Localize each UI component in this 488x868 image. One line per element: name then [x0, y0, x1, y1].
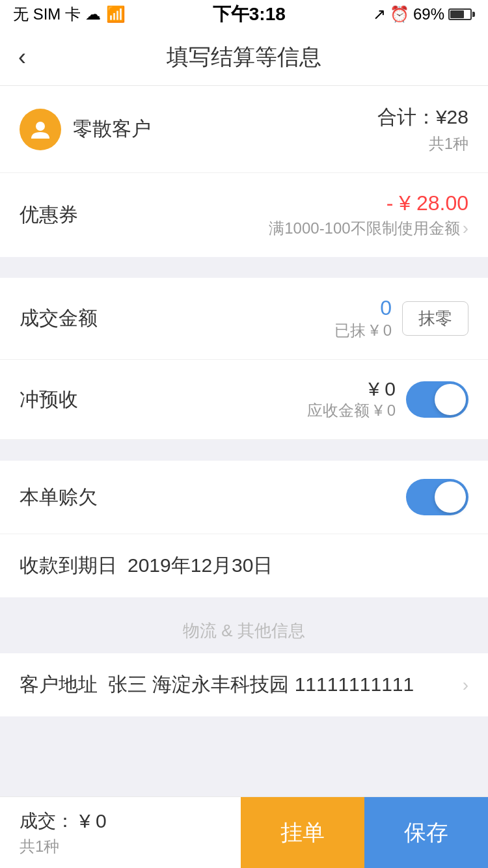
debt-label: 本单赊欠 — [20, 484, 98, 511]
prepayment-amount: ¥ 0 — [307, 378, 396, 400]
customer-left: 零散客户 — [20, 109, 151, 150]
divider-2 — [0, 450, 488, 461]
bottom-deal-label: 成交： — [20, 809, 74, 834]
prepayment-row: 冲预收 ¥ 0 应收金额 ¥ 0 — [0, 360, 488, 440]
coupon-row[interactable]: 优惠券 - ¥ 28.00 满1000-100不限制使用金额 › — [0, 172, 488, 257]
deal-amount-value: 0 — [334, 296, 392, 320]
customer-name: 零散客户 — [73, 116, 151, 142]
address-value: 张三 海淀永丰科技园 11111111111 — [108, 671, 452, 698]
location-icon: ↗ — [373, 5, 386, 23]
customer-section: 零散客户 合计：¥28 共1种 优惠券 - ¥ 28.00 满1000-100不… — [0, 86, 488, 257]
page-title: 填写结算等信息 — [167, 42, 321, 72]
back-button[interactable]: ‹ — [18, 44, 26, 71]
address-row[interactable]: 客户地址 张三 海淀永丰科技园 11111111111 › — [0, 653, 488, 716]
due-date-value: 2019年12月30日 — [128, 552, 273, 579]
nav-bar: ‹ 填写结算等信息 — [0, 29, 488, 86]
hold-button[interactable]: 挂单 — [241, 797, 364, 869]
debt-row: 本单赊欠 — [0, 461, 488, 534]
prepayment-right: ¥ 0 应收金额 ¥ 0 — [307, 378, 468, 421]
status-bar: 无 SIM 卡 ☁ 📶 下午3:18 ↗ ⏰ 69% — [0, 0, 488, 29]
address-chevron-icon: › — [463, 675, 468, 696]
coupon-desc: 满1000-100不限制使用金额 › — [269, 218, 468, 239]
status-right: ↗ ⏰ 69% — [373, 5, 475, 23]
debt-section: 本单赊欠 收款到期日 2019年12月30日 — [0, 461, 488, 597]
deal-amount-right: 0 已抹 ¥ 0 抹零 — [334, 296, 468, 341]
total-count: 共1种 — [377, 133, 468, 154]
bottom-count: 共1种 — [20, 836, 221, 857]
address-section: 客户地址 张三 海淀永丰科技园 11111111111 › — [0, 653, 488, 716]
due-date-label: 收款到期日 — [20, 552, 117, 579]
logistics-label: 物流 & 其他信息 — [183, 619, 305, 642]
address-label: 客户地址 — [20, 671, 98, 698]
coupon-right: - ¥ 28.00 满1000-100不限制使用金额 › — [269, 191, 468, 239]
bottom-info: 成交： ¥ 0 共1种 — [0, 809, 241, 857]
round-zero-button[interactable]: 抹零 — [402, 301, 468, 336]
deal-amount-sub: 已抹 ¥ 0 — [334, 320, 392, 341]
total-amount: 合计：¥28 — [377, 104, 468, 131]
logistics-divider: 物流 & 其他信息 — [0, 608, 488, 653]
coupon-chevron-icon: › — [463, 218, 468, 239]
coupon-label: 优惠券 — [20, 202, 78, 228]
prepayment-label: 冲预收 — [20, 387, 78, 413]
deal-amount-row: 成交金额 0 已抹 ¥ 0 抹零 — [0, 278, 488, 360]
battery-percent: 69% — [413, 5, 444, 23]
customer-row: 零散客户 合计：¥28 共1种 — [0, 86, 488, 172]
status-left: 无 SIM 卡 ☁ 📶 — [13, 4, 126, 25]
prepayment-toggle[interactable] — [406, 381, 468, 418]
prepayment-sub: 应收金额 ¥ 0 — [307, 400, 396, 421]
no-sim-text: 无 SIM 卡 ☁ — [13, 4, 101, 25]
deal-section: 成交金额 0 已抹 ¥ 0 抹零 冲预收 ¥ 0 应收金额 ¥ 0 — [0, 278, 488, 440]
debt-toggle[interactable] — [406, 479, 468, 515]
avatar — [20, 109, 61, 150]
bottom-deal-amount: ¥ 0 — [79, 810, 107, 832]
coupon-amount: - ¥ 28.00 — [269, 191, 468, 215]
alarm-icon: ⏰ — [390, 5, 409, 23]
wifi-icon: 📶 — [106, 5, 126, 23]
due-date-row: 收款到期日 2019年12月30日 — [0, 534, 488, 597]
status-time: 下午3:18 — [213, 2, 286, 27]
svg-point-0 — [36, 122, 45, 131]
bottom-bar: 成交： ¥ 0 共1种 挂单 保存 — [0, 796, 488, 868]
deal-amount-label: 成交金额 — [20, 305, 98, 332]
battery-icon — [448, 8, 475, 20]
divider-1 — [0, 267, 488, 278]
bottom-deal-row: 成交： ¥ 0 — [20, 809, 221, 834]
save-button[interactable]: 保存 — [364, 797, 488, 869]
customer-right: 合计：¥28 共1种 — [377, 104, 468, 154]
